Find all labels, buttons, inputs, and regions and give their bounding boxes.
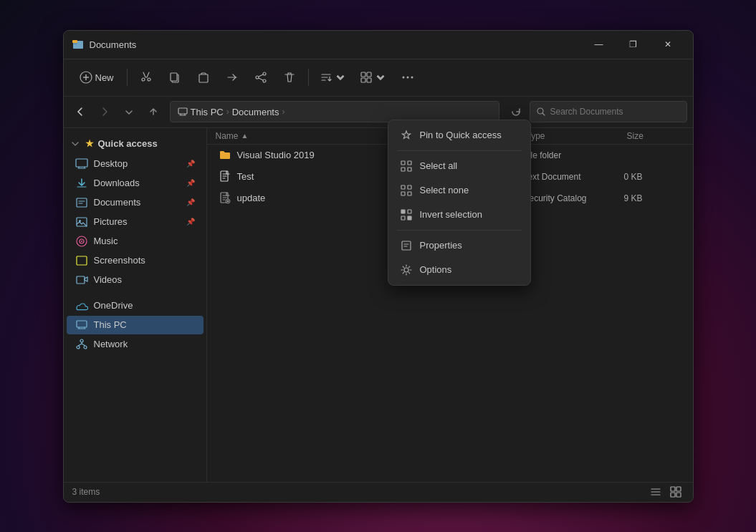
items-count: 3 items <box>72 487 100 497</box>
properties-icon <box>400 239 413 252</box>
col-type-header[interactable]: Type <box>527 131 627 141</box>
menu-divider-1 <box>397 150 522 151</box>
select-none-icon <box>400 184 413 197</box>
svg-rect-28 <box>77 256 87 265</box>
grid-view-button[interactable] <box>667 483 684 500</box>
cut-button[interactable] <box>133 64 159 90</box>
menu-item-select-all[interactable]: Select all <box>391 154 527 178</box>
svg-point-10 <box>263 79 266 82</box>
more-button[interactable] <box>395 64 421 90</box>
thispc-icon <box>75 319 88 332</box>
svg-rect-43 <box>408 161 411 165</box>
downloads-icon <box>75 177 88 190</box>
svg-rect-50 <box>401 216 405 220</box>
back-button[interactable] <box>70 101 91 122</box>
screenshots-label: Screenshots <box>94 255 145 266</box>
copy-button[interactable] <box>162 64 188 90</box>
pin-icon-downloads: 📌 <box>186 179 195 187</box>
share-button[interactable] <box>248 64 274 90</box>
music-icon <box>75 235 88 248</box>
up-button[interactable] <box>143 101 164 122</box>
svg-rect-46 <box>401 192 405 195</box>
pin-icon-desktop: 📌 <box>186 160 195 168</box>
menu-item-select-none[interactable]: Select none <box>391 178 527 203</box>
menu-item-options[interactable]: Options <box>391 258 527 282</box>
svg-rect-14 <box>361 78 365 82</box>
svg-rect-15 <box>367 78 371 82</box>
toolbar-separator-1 <box>127 69 128 86</box>
music-label: Music <box>94 236 118 246</box>
file-type-vs2019: File folder <box>524 150 624 160</box>
onedrive-icon <box>75 299 88 312</box>
thispc-label: This PC <box>94 319 127 330</box>
window-controls: — ❐ ✕ <box>583 34 684 55</box>
sidebar-item-pictures[interactable]: Pictures 📌 <box>67 213 204 231</box>
screenshots-icon <box>75 254 88 267</box>
search-icon <box>536 107 546 117</box>
svg-point-54 <box>404 268 408 272</box>
svg-rect-37 <box>671 487 675 491</box>
sidebar-item-screenshots[interactable]: Screenshots <box>67 251 204 270</box>
move-button[interactable] <box>219 64 245 90</box>
svg-rect-51 <box>408 210 411 213</box>
details-view-button[interactable] <box>647 483 664 500</box>
svg-rect-19 <box>178 108 187 114</box>
menu-pin-label: Pin to Quick access <box>420 130 502 140</box>
menu-select-all-label: Select all <box>420 160 458 171</box>
svg-rect-22 <box>77 198 87 207</box>
cat-icon-update <box>219 192 231 205</box>
svg-rect-13 <box>367 72 371 77</box>
menu-item-invert[interactable]: Invert selection <box>391 203 527 227</box>
window-icon <box>72 39 84 50</box>
svg-rect-47 <box>408 185 411 189</box>
svg-rect-49 <box>401 210 405 213</box>
sidebar-item-onedrive[interactable]: OneDrive <box>67 296 204 315</box>
content-area: ★ Quick access Desktop 📌 Downloads 📌 Doc… <box>64 128 693 482</box>
file-name-update-label: update <box>237 193 266 203</box>
svg-rect-21 <box>76 159 87 167</box>
close-button[interactable]: ✕ <box>651 34 684 55</box>
svg-point-17 <box>406 77 408 79</box>
pictures-icon <box>75 216 88 228</box>
sidebar-item-thispc[interactable]: This PC <box>67 316 204 334</box>
status-bar: 3 items <box>64 482 693 502</box>
menu-select-none-label: Select none <box>420 185 469 195</box>
svg-point-16 <box>402 77 404 79</box>
sidebar-item-downloads[interactable]: Downloads 📌 <box>67 174 204 193</box>
forward-button[interactable] <box>94 101 115 122</box>
search-bar[interactable] <box>530 101 687 122</box>
menu-item-pin[interactable]: Pin to Quick access <box>391 123 527 147</box>
documents-icon <box>75 196 88 209</box>
maximize-button[interactable]: ❐ <box>617 34 650 55</box>
file-size-update: 9 KB <box>624 193 681 203</box>
txt-icon-test <box>219 170 231 183</box>
search-input[interactable] <box>550 107 681 117</box>
svg-point-27 <box>81 241 82 242</box>
sidebar-item-videos[interactable]: Videos <box>67 271 204 289</box>
delete-button[interactable] <box>277 64 302 90</box>
view-button[interactable] <box>355 64 392 90</box>
paste-button[interactable] <box>191 64 216 90</box>
svg-rect-44 <box>408 168 411 171</box>
svg-point-32 <box>77 346 80 349</box>
sidebar-item-documents[interactable]: Documents 📌 <box>67 193 204 212</box>
recent-button[interactable] <box>118 101 140 122</box>
svg-rect-7 <box>171 73 177 81</box>
sidebar-item-music[interactable]: Music <box>67 232 204 251</box>
minimize-button[interactable]: — <box>583 34 616 55</box>
quick-access-arrow <box>70 138 81 150</box>
toolbar: New <box>64 59 693 97</box>
svg-point-11 <box>256 76 259 79</box>
file-type-update: Security Catalog <box>524 193 624 203</box>
svg-rect-48 <box>408 192 411 195</box>
pin-star-icon <box>400 129 413 142</box>
new-button[interactable]: New <box>72 67 121 88</box>
col-size-header[interactable]: Size <box>627 131 684 141</box>
videos-label: Videos <box>94 274 123 285</box>
quick-access-header[interactable]: ★ Quick access <box>64 134 206 154</box>
sort-button[interactable] <box>315 64 352 90</box>
sidebar-item-network[interactable]: Network <box>67 335 204 354</box>
sidebar-item-desktop[interactable]: Desktop 📌 <box>67 155 204 173</box>
menu-item-properties[interactable]: Properties <box>391 233 527 258</box>
downloads-label: Downloads <box>94 178 140 188</box>
